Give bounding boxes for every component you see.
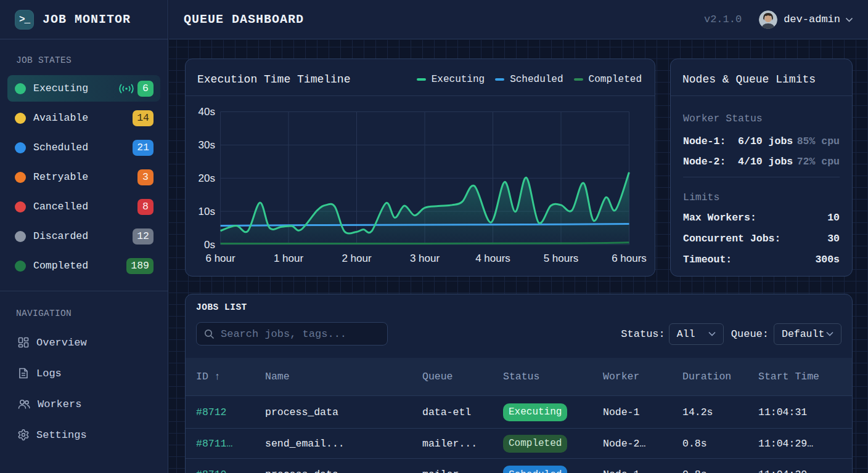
svg-text:20s: 20s — [199, 172, 215, 184]
svg-text:6 hour: 6 hour — [205, 253, 235, 264]
svg-text:30s: 30s — [199, 139, 215, 151]
svg-text:6 hours: 6 hours — [612, 253, 647, 264]
svg-text:40s: 40s — [199, 106, 215, 118]
svg-text:3 hour: 3 hour — [410, 253, 440, 264]
svg-text:2 hour: 2 hour — [342, 253, 372, 264]
svg-text:4 hours: 4 hours — [475, 253, 510, 264]
svg-text:10s: 10s — [199, 206, 215, 217]
svg-text:1 hour: 1 hour — [274, 253, 304, 264]
svg-text:0s: 0s — [204, 239, 215, 251]
svg-text:5 hours: 5 hours — [544, 253, 579, 264]
